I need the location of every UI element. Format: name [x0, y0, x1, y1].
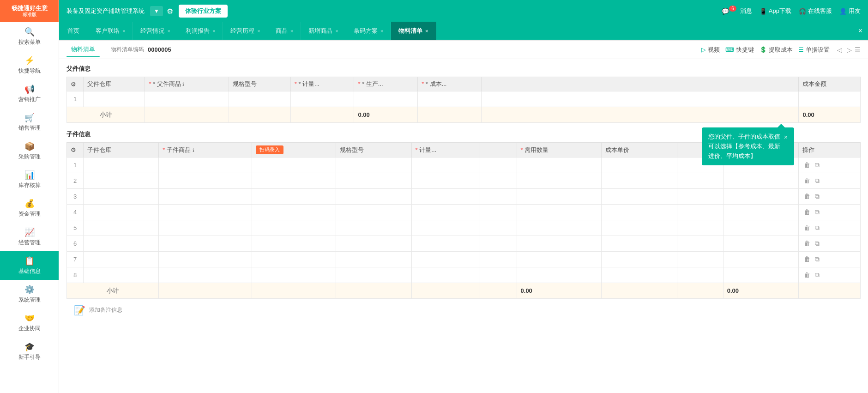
copy-row-button[interactable]: ⧉ — [815, 224, 820, 231]
child-qty-cell[interactable] — [517, 157, 602, 173]
copy-row-button[interactable]: ⧉ — [815, 208, 820, 216]
child-product-cell[interactable] — [159, 236, 252, 252]
sidebar-item-basic[interactable]: 📋 基础信息 — [0, 251, 59, 280]
child-product-cell[interactable] — [159, 189, 252, 205]
close-tab-addproduct[interactable]: × — [335, 28, 338, 34]
sidebar-item-system[interactable]: ⚙️ 系统管理 — [0, 280, 59, 308]
child-qty-cell[interactable] — [517, 236, 602, 252]
child-spec-cell[interactable] — [336, 267, 411, 283]
close-all-tabs[interactable]: × — [853, 27, 868, 35]
child-product-cell[interactable] — [159, 173, 252, 189]
delete-row-button[interactable]: 🗑 — [804, 177, 810, 184]
child-warehouse-cell[interactable] — [84, 220, 159, 236]
tab-history[interactable]: 经营历程 × — [223, 22, 268, 40]
parent-spec-cell[interactable] — [229, 91, 290, 107]
close-tab-barcode[interactable]: × — [380, 28, 383, 34]
child-unitcost-cell[interactable] — [602, 267, 677, 283]
copy-row-button[interactable]: ⧉ — [815, 271, 820, 278]
child-warehouse-cell[interactable] — [84, 173, 159, 189]
parent-unit-cell[interactable] — [290, 91, 354, 107]
sidebar-item-guide[interactable]: 🎓 新手引导 — [0, 337, 59, 366]
child-qty-cell[interactable] — [517, 205, 602, 220]
child-spec-cell[interactable] — [336, 252, 411, 267]
child-unitcost-cell[interactable] — [602, 220, 677, 236]
child-th-gear[interactable]: ⚙ — [67, 143, 84, 157]
action-view[interactable]: ▷ 视频 — [701, 46, 720, 54]
tab-home[interactable]: 首页 — [59, 22, 88, 40]
child-warehouse-cell[interactable] — [84, 205, 159, 220]
child-unit-cell[interactable] — [411, 267, 480, 283]
tab-addproduct[interactable]: 新增商品 × — [301, 22, 346, 40]
child-warehouse-cell[interactable] — [84, 252, 159, 267]
sub-tab-bom[interactable]: 物料清单 — [66, 42, 100, 57]
child-warehouse-cell[interactable] — [84, 236, 159, 252]
child-qty-cell[interactable] — [517, 267, 602, 283]
child-unit-cell[interactable] — [411, 252, 480, 267]
child-unit-cell[interactable] — [411, 220, 480, 236]
close-tab-product[interactable]: × — [290, 28, 293, 34]
child-spec-cell[interactable] — [336, 173, 411, 189]
child-spec-cell[interactable] — [336, 189, 411, 205]
parent-th-gear[interactable]: ⚙ — [67, 77, 84, 91]
child-unitcost-cell[interactable] — [602, 189, 677, 205]
child-unit-cell[interactable] — [411, 189, 480, 205]
child-product-cell[interactable] — [159, 157, 252, 173]
child-unit-cell[interactable] — [411, 236, 480, 252]
delete-row-button[interactable]: 🗑 — [804, 208, 810, 216]
tab-bizstatus[interactable]: 经营情况 × — [133, 22, 178, 40]
copy-row-button[interactable]: ⧉ — [815, 255, 820, 263]
scan-button[interactable]: 扫码录入 — [256, 145, 283, 154]
sidebar-item-finance[interactable]: 💰 资金管理 — [0, 194, 59, 223]
sidebar-item-purchase[interactable]: 📦 采购管理 — [0, 137, 59, 165]
delete-row-button[interactable]: 🗑 — [804, 240, 810, 247]
tab-customer[interactable]: 客户联络 × — [88, 22, 133, 40]
delete-row-button[interactable]: 🗑 — [804, 255, 810, 263]
tooltip-close-button[interactable]: × — [784, 132, 788, 142]
action-cost[interactable]: 💲 提取成本 — [760, 46, 793, 54]
action-settings[interactable]: ☰ 单据设置 — [798, 46, 830, 54]
parent-cost-cell[interactable] — [418, 91, 482, 107]
action-shortcut[interactable]: ⌨ 快捷键 — [725, 46, 754, 54]
column-config-icon[interactable]: ☰ — [855, 46, 861, 54]
child-product-cell[interactable] — [159, 205, 252, 220]
delete-row-button[interactable]: 🗑 — [804, 224, 810, 231]
child-warehouse-cell[interactable] — [84, 267, 159, 283]
parent-mfg-cell[interactable] — [354, 91, 418, 107]
child-qty-cell[interactable] — [517, 173, 602, 189]
child-product-cell[interactable] — [159, 267, 252, 283]
next-arrow[interactable]: ▷ — [845, 45, 854, 54]
parent-warehouse-cell[interactable] — [84, 91, 145, 107]
child-unitcost-cell[interactable] — [602, 236, 677, 252]
trial-button[interactable]: 体验行业方案 — [179, 5, 228, 18]
app-download-button[interactable]: 📱 App下载 — [760, 7, 791, 15]
sidebar-item-collab[interactable]: 🤝 企业协同 — [0, 308, 59, 337]
close-tab-bizstatus[interactable]: × — [167, 28, 170, 34]
child-warehouse-cell[interactable] — [84, 157, 159, 173]
child-spec-cell[interactable] — [336, 157, 411, 173]
close-tab-customer[interactable]: × — [122, 28, 125, 34]
child-warehouse-cell[interactable] — [84, 189, 159, 205]
child-product-cell[interactable] — [159, 252, 252, 267]
child-unitcost-cell[interactable] — [602, 205, 677, 220]
copy-row-button[interactable]: ⧉ — [815, 161, 820, 169]
user-avatar[interactable]: 👤 用友 — [839, 7, 861, 15]
system-dropdown[interactable]: ▼ — [150, 6, 163, 16]
sidebar-item-ops[interactable]: 📈 经营管理 — [0, 223, 59, 251]
child-spec-cell[interactable] — [336, 220, 411, 236]
child-unitcost-cell[interactable] — [602, 252, 677, 267]
delete-row-button[interactable]: 🗑 — [804, 193, 810, 200]
delete-row-button[interactable]: 🗑 — [804, 271, 810, 278]
child-unit-cell[interactable] — [411, 205, 480, 220]
child-spec-cell[interactable] — [336, 205, 411, 220]
sidebar-item-search[interactable]: 🔍 搜索菜单 — [0, 22, 59, 51]
copy-row-button[interactable]: ⧉ — [815, 240, 820, 247]
copy-row-button[interactable]: ⧉ — [815, 193, 820, 200]
gear-icon[interactable]: ⚙ — [167, 7, 173, 16]
tab-profit[interactable]: 利润报告 × — [178, 22, 223, 40]
tab-bom[interactable]: 物料清单 × — [391, 22, 436, 40]
child-product-cell[interactable] — [159, 220, 252, 236]
close-tab-history[interactable]: × — [257, 28, 260, 34]
copy-row-button[interactable]: ⧉ — [815, 177, 820, 184]
child-unitcost-cell[interactable] — [602, 157, 677, 173]
message-button[interactable]: 💬 6 消息 — [722, 7, 752, 15]
